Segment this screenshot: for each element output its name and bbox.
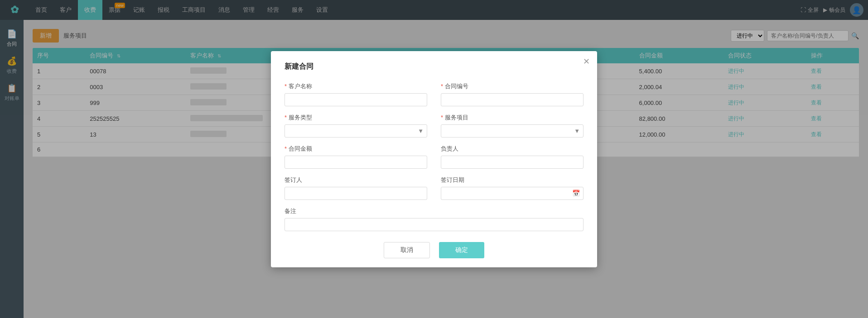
contract-no-row: * 合同编号 bbox=[441, 82, 583, 106]
service-type-row: * 服务类型 ▼ bbox=[285, 114, 427, 138]
dialog-close-button[interactable]: ✕ bbox=[583, 57, 590, 66]
dialog-title: 新建合同 bbox=[285, 62, 583, 71]
responsible-person-label: 负责人 bbox=[441, 145, 583, 153]
sign-date-input[interactable]: 2023-06-06 bbox=[441, 187, 583, 200]
note-label: 备注 bbox=[285, 207, 583, 215]
sign-date-wrapper: 2023-06-06 📅 bbox=[441, 187, 583, 200]
service-item-select-wrapper: ▼ bbox=[441, 124, 583, 138]
new-contract-dialog: ✕ 新建合同 * 客户名称 * 合同编号 bbox=[271, 51, 597, 267]
confirm-button[interactable]: 确定 bbox=[439, 242, 484, 258]
customer-name-label: * 客户名称 bbox=[285, 82, 427, 90]
contract-amount-label: * 合同金额 bbox=[285, 145, 427, 153]
service-type-label: * 服务类型 bbox=[285, 114, 427, 122]
dialog-overlay[interactable]: ✕ 新建合同 * 客户名称 * 合同编号 bbox=[0, 0, 868, 318]
signer-input[interactable] bbox=[285, 187, 427, 200]
dialog-form: * 客户名称 * 合同编号 * 服务类型 bbox=[285, 82, 583, 231]
dialog-footer: 取消 确定 bbox=[285, 242, 583, 258]
responsible-person-input[interactable] bbox=[441, 156, 583, 169]
customer-name-row: * 客户名称 bbox=[285, 82, 427, 106]
signer-label: 签订人 bbox=[285, 176, 427, 184]
contract-amount-row: * 合同金额 0.00 bbox=[285, 145, 427, 169]
sign-date-row: 签订日期 2023-06-06 📅 bbox=[441, 176, 583, 200]
note-input[interactable] bbox=[285, 218, 583, 231]
customer-name-input[interactable] bbox=[285, 93, 427, 106]
cancel-button[interactable]: 取消 bbox=[384, 242, 430, 258]
signer-row: 签订人 bbox=[285, 176, 427, 200]
note-row: 备注 bbox=[285, 207, 583, 231]
contract-amount-input[interactable]: 0.00 bbox=[285, 156, 427, 169]
calendar-icon[interactable]: 📅 bbox=[572, 190, 580, 197]
contract-no-input[interactable] bbox=[441, 93, 583, 106]
service-type-select-wrapper: ▼ bbox=[285, 124, 427, 138]
service-item-select[interactable] bbox=[441, 124, 583, 138]
service-item-row: * 服务项目 ▼ bbox=[441, 114, 583, 138]
sign-date-label: 签订日期 bbox=[441, 176, 583, 184]
service-item-label: * 服务项目 bbox=[441, 114, 583, 122]
service-type-select[interactable] bbox=[285, 124, 427, 138]
contract-no-label: * 合同编号 bbox=[441, 82, 583, 90]
responsible-person-row: 负责人 bbox=[441, 145, 583, 169]
